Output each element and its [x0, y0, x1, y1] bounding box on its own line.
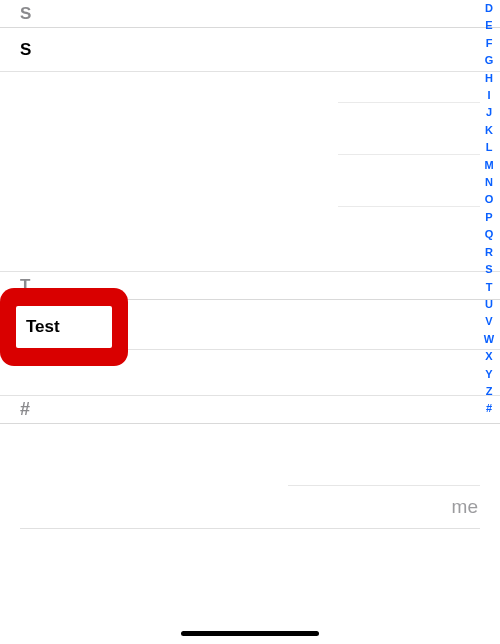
alpha-index[interactable]: D E F G H I J K L M N O P Q R S T U V W … — [481, 0, 497, 418]
contact-name: S — [20, 40, 31, 60]
section-header-hash: # — [0, 396, 500, 424]
index-letter[interactable]: T — [481, 279, 497, 296]
home-indicator[interactable] — [181, 631, 319, 636]
index-letter[interactable]: X — [481, 348, 497, 365]
index-letter[interactable]: J — [481, 104, 497, 121]
section-header-label: S — [20, 4, 31, 24]
index-letter[interactable]: W — [481, 331, 497, 348]
index-letter[interactable]: O — [481, 191, 497, 208]
index-letter[interactable]: G — [481, 52, 497, 69]
index-letter[interactable]: U — [481, 296, 497, 313]
index-letter[interactable]: H — [481, 70, 497, 87]
me-row[interactable]: me — [20, 486, 480, 528]
index-letter[interactable]: K — [481, 122, 497, 139]
highlight-annotation: Test — [0, 288, 128, 366]
index-letter[interactable]: D — [481, 0, 497, 17]
card-separators — [338, 102, 480, 258]
contact-name: Test — [26, 317, 60, 337]
index-letter[interactable]: # — [481, 400, 497, 417]
section-header-label: # — [20, 399, 30, 420]
index-letter[interactable]: Z — [481, 383, 497, 400]
me-label: me — [452, 496, 478, 518]
section-header-s: S — [0, 0, 500, 28]
index-letter[interactable]: S — [481, 261, 497, 278]
contact-row-s[interactable]: S — [0, 28, 500, 72]
index-letter[interactable]: P — [481, 209, 497, 226]
index-letter[interactable]: R — [481, 244, 497, 261]
section-t: T Test — [0, 272, 500, 350]
index-letter[interactable]: Y — [481, 366, 497, 383]
index-letter[interactable]: Q — [481, 226, 497, 243]
index-letter[interactable]: V — [481, 313, 497, 330]
my-card-area: me — [20, 485, 480, 529]
highlighted-contact[interactable]: Test — [16, 306, 112, 348]
index-letter[interactable]: E — [481, 17, 497, 34]
index-letter[interactable]: M — [481, 157, 497, 174]
index-letter[interactable]: L — [481, 139, 497, 156]
index-letter[interactable]: I — [481, 87, 497, 104]
index-letter[interactable]: F — [481, 35, 497, 52]
index-letter[interactable]: N — [481, 174, 497, 191]
separator — [20, 528, 480, 529]
